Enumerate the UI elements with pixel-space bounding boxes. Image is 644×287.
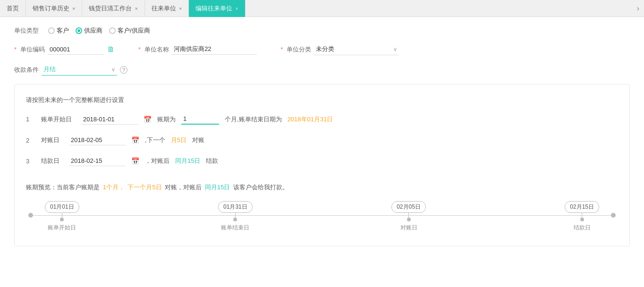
period-input[interactable] bbox=[181, 114, 219, 125]
preview-end: 该客户会给我打款。 bbox=[233, 184, 288, 191]
tab-sales-history-close[interactable]: × bbox=[72, 6, 75, 11]
tl-stem-3 bbox=[408, 213, 409, 218]
payment-date-input[interactable] bbox=[69, 156, 126, 166]
unit-name-input[interactable] bbox=[172, 44, 257, 55]
tl-label-4: 结款日 bbox=[574, 224, 591, 232]
tab-more-button[interactable]: › bbox=[632, 4, 644, 13]
unit-info-row: * 单位编码 🗎 * 单位名称 * 单位分类 未分类 ∨ bbox=[14, 43, 630, 55]
setting-row-3: 3 结款日 📅 ，对账后 同月15日 结款 bbox=[26, 156, 618, 166]
tl-stem-1 bbox=[62, 213, 62, 218]
timeline-node-3: 02月05日 对账日 bbox=[391, 201, 426, 232]
reconcile-cal-icon[interactable]: 📅 bbox=[131, 136, 139, 144]
main-content: 单位类型 客户 供应商 客户/供应商 * 单位编码 🗎 * bbox=[0, 17, 644, 287]
tl-dot-4 bbox=[580, 218, 584, 221]
tab-sales-history[interactable]: 销售订单历史 × bbox=[26, 0, 82, 17]
preview-part2: 下一个月5日 bbox=[127, 184, 161, 191]
preview-middle: 对账，对账后 bbox=[165, 184, 202, 191]
payment-label: 收款条件 bbox=[14, 66, 39, 74]
tab-edit-partner-label: 编辑往来单位 bbox=[195, 4, 232, 13]
radio-supplier[interactable]: 供应商 bbox=[76, 26, 102, 35]
tl-date-4: 02月15日 bbox=[565, 201, 599, 213]
row-label-1: 账单开始日 bbox=[41, 115, 72, 124]
tab-edit-partner-close[interactable]: × bbox=[235, 6, 238, 11]
tl-dot-1 bbox=[60, 218, 64, 221]
unit-class-arrow: ∨ bbox=[393, 46, 397, 52]
unit-type-field: 单位类型 bbox=[14, 26, 39, 35]
payment-cal-icon[interactable]: 📅 bbox=[131, 157, 139, 165]
tl-label-3: 对账日 bbox=[400, 224, 417, 232]
period-label: 账期为 bbox=[157, 115, 176, 124]
timeline-node-4: 02月15日 结款日 bbox=[565, 201, 599, 232]
radio-supplier-circle bbox=[76, 27, 82, 34]
tab-partner-label: 往来单位 bbox=[152, 4, 176, 13]
tab-cash-work-label: 钱货日清工作台 bbox=[89, 4, 132, 13]
tab-cash-work-close[interactable]: × bbox=[135, 6, 137, 11]
unit-code-icon[interactable]: 🗎 bbox=[107, 45, 115, 54]
tl-stem-4 bbox=[582, 213, 582, 218]
tab-partner-close[interactable]: × bbox=[179, 6, 182, 11]
payment-row: 收款条件 月结 ∨ ? bbox=[14, 64, 630, 76]
radio-customer-supplier-label: 客户/供应商 bbox=[118, 26, 150, 35]
setting-row-2: 2 对账日 📅 ,下一个 月5日 对账 bbox=[26, 135, 618, 145]
unit-code-required: * bbox=[14, 46, 17, 53]
timeline-node-1: 01月01日 账单开始日 bbox=[45, 201, 79, 232]
radio-customer-supplier[interactable]: 客户/供应商 bbox=[109, 26, 150, 35]
tl-label-2: 账单结束日 bbox=[221, 224, 249, 232]
tab-partner[interactable]: 往来单位 × bbox=[145, 0, 189, 17]
period-suffix: 个月,账单结束日期为 bbox=[225, 115, 282, 124]
unit-type-label: 单位类型 bbox=[14, 26, 39, 35]
unit-code-input[interactable] bbox=[48, 44, 104, 55]
payment-help-icon[interactable]: ? bbox=[120, 66, 127, 74]
row-num-2: 2 bbox=[26, 137, 35, 144]
preview-part1: 1个月， bbox=[103, 184, 125, 191]
tab-edit-partner[interactable]: 编辑往来单位 × bbox=[189, 0, 245, 17]
preview-label: 账期预览：当前客户账期是 bbox=[26, 184, 100, 191]
unit-class-dropdown[interactable]: 未分类 ∨ bbox=[314, 43, 399, 55]
unit-name-required: * bbox=[138, 46, 141, 53]
reconcile-highlight: 月5日 bbox=[171, 136, 186, 144]
row-label-2: 对账日 bbox=[41, 136, 59, 144]
tl-dot-2 bbox=[233, 218, 237, 221]
tab-bar: 首页 销售订单历史 × 钱货日清工作台 × 往来单位 × 编辑往来单位 × › bbox=[0, 0, 644, 17]
payment-arrow: ∨ bbox=[111, 67, 115, 73]
tl-date-3: 02月05日 bbox=[391, 201, 426, 213]
tab-cash-work[interactable]: 钱货日清工作台 × bbox=[82, 0, 144, 17]
unit-code-field: * 单位编码 🗎 bbox=[14, 44, 115, 55]
unit-class-field: * 单位分类 未分类 ∨ bbox=[280, 43, 399, 55]
settings-title: 请按照未来的一个完整帐期进行设置 bbox=[26, 96, 618, 104]
tl-dot-3 bbox=[407, 218, 411, 221]
tl-date-2: 01月31日 bbox=[218, 201, 253, 213]
radio-customer[interactable]: 客户 bbox=[48, 26, 69, 35]
tl-stem-2 bbox=[235, 213, 236, 218]
unit-class-label: 单位分类 bbox=[287, 45, 311, 54]
unit-class-value: 未分类 bbox=[316, 45, 391, 53]
timeline-node-2: 01月31日 账单结束日 bbox=[218, 201, 253, 232]
payment-highlight: 同月15日 bbox=[175, 157, 200, 165]
tab-sales-history-label: 销售订单历史 bbox=[33, 4, 69, 13]
setting-row-1: 1 账单开始日 📅 账期为 个月,账单结束日期为 2018年01月31日 bbox=[26, 114, 618, 125]
preview-bar: 账期预览：当前客户账期是 1个月， 下一个月5日 对账，对账后 同月15日 该客… bbox=[26, 177, 618, 194]
unit-type-row: 单位类型 客户 供应商 客户/供应商 bbox=[14, 26, 630, 35]
end-date-highlight: 2018年01月31日 bbox=[288, 115, 333, 124]
row-label-3: 结款日 bbox=[41, 157, 59, 165]
tab-home-label: 首页 bbox=[7, 4, 19, 13]
settings-card: 请按照未来的一个完整帐期进行设置 1 账单开始日 📅 账期为 个月,账单结束日期… bbox=[14, 84, 630, 246]
tl-date-1: 01月01日 bbox=[45, 201, 79, 213]
unit-name-field: * 单位名称 bbox=[138, 44, 257, 55]
radio-customer-label: 客户 bbox=[57, 26, 69, 35]
preview-part3: 同月15日 bbox=[205, 184, 230, 191]
start-date-cal-icon[interactable]: 📅 bbox=[144, 116, 152, 123]
unit-code-label: 单位编码 bbox=[20, 45, 45, 54]
payment-desc-after: 结款 bbox=[206, 157, 218, 165]
payment-dropdown[interactable]: 月结 ∨ bbox=[42, 64, 117, 76]
start-date-input[interactable] bbox=[81, 114, 138, 125]
payment-field: 收款条件 月结 ∨ ? bbox=[14, 64, 127, 76]
timeline-container: 01月01日 账单开始日 01月31日 账单结束日 02月05日 bbox=[26, 201, 618, 232]
tab-home[interactable]: 首页 bbox=[0, 0, 26, 17]
row-num-3: 3 bbox=[26, 158, 35, 165]
reconcile-desc-before: ,下一个 bbox=[145, 136, 165, 144]
reconcile-date-input[interactable] bbox=[69, 135, 126, 145]
unit-name-label: 单位名称 bbox=[144, 45, 169, 54]
timeline-nodes: 01月01日 账单开始日 01月31日 账单结束日 02月05日 bbox=[31, 201, 613, 232]
payment-desc-before: ，对账后 bbox=[145, 157, 169, 165]
